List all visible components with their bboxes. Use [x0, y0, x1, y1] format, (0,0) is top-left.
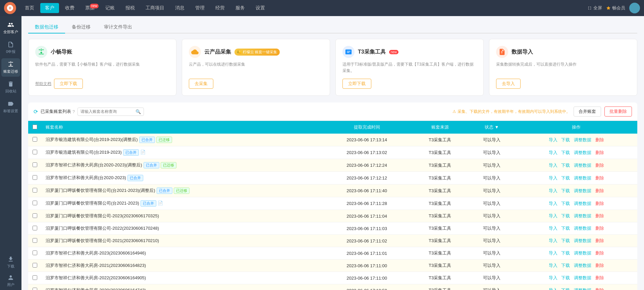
- batch-delete-button[interactable]: 批量删除: [604, 106, 632, 117]
- row-checkbox[interactable]: [33, 213, 37, 218]
- import-link[interactable]: 导入: [549, 263, 557, 268]
- sidebar-item-user[interactable]: 用户: [1, 272, 20, 290]
- adjust-link[interactable]: 调整数据: [574, 250, 591, 256]
- card-btn-download[interactable]: 立即下载: [54, 79, 83, 89]
- select-all-checkbox[interactable]: [33, 125, 37, 129]
- fullscreen-button[interactable]: 全屏: [587, 5, 602, 11]
- download-link[interactable]: 下载: [561, 226, 570, 231]
- sidebar-item-recycle[interactable]: 回收站: [1, 78, 20, 96]
- delete-link[interactable]: 删除: [595, 263, 604, 268]
- download-link[interactable]: 下载: [561, 288, 570, 290]
- download-link[interactable]: 下载: [561, 238, 570, 243]
- merge-accounts-button[interactable]: 合并账套: [574, 106, 601, 117]
- sidebar-item-migrate[interactable]: 账套迁移: [1, 58, 20, 77]
- adjust-link[interactable]: 调整数据: [574, 288, 591, 290]
- row-checkbox[interactable]: [33, 250, 37, 255]
- import-link[interactable]: 导入: [549, 288, 557, 290]
- import-link[interactable]: 导入: [549, 175, 557, 180]
- nav-message[interactable]: 消息: [170, 3, 189, 13]
- row-checkbox[interactable]: [33, 162, 37, 167]
- file-icon[interactable]: 📄: [140, 150, 146, 155]
- file-icon[interactable]: 📄: [158, 201, 163, 206]
- adjust-link[interactable]: 调整数据: [574, 201, 591, 206]
- member-button[interactable]: 畅会员: [606, 5, 625, 11]
- download-link[interactable]: 下载: [561, 250, 570, 256]
- delete-link[interactable]: 删除: [595, 213, 604, 218]
- card-btn-import[interactable]: 去导入: [496, 79, 521, 89]
- import-link[interactable]: 导入: [549, 150, 557, 155]
- row-checkbox[interactable]: [33, 188, 37, 193]
- sidebar-item-tag-settings[interactable]: 标签设置: [1, 98, 20, 116]
- refresh-icon[interactable]: ⟳: [34, 108, 38, 115]
- delete-link[interactable]: 删除: [595, 250, 604, 256]
- row-checkbox[interactable]: [33, 201, 37, 205]
- download-link[interactable]: 下载: [561, 175, 570, 180]
- download-link[interactable]: 下载: [561, 263, 570, 268]
- adjust-link[interactable]: 调整数据: [574, 226, 591, 231]
- sidebar-item-all-customers[interactable]: 全部客户: [1, 19, 20, 37]
- sidebar-item-download[interactable]: 下载: [1, 253, 20, 272]
- search-button[interactable]: 🔍: [136, 109, 141, 114]
- row-checkbox[interactable]: [33, 263, 37, 268]
- row-checkbox[interactable]: [33, 175, 37, 180]
- delete-link[interactable]: 删除: [595, 238, 604, 243]
- import-link[interactable]: 导入: [549, 250, 557, 256]
- nav-operation[interactable]: 经营: [211, 3, 229, 13]
- adjust-link[interactable]: 调整数据: [574, 150, 591, 155]
- card-link-help[interactable]: 帮助文档: [35, 81, 51, 87]
- card-btn-t3download[interactable]: 立即下载: [342, 79, 371, 89]
- nav-business[interactable]: 工商项目: [141, 3, 169, 13]
- adjust-link[interactable]: 调整数据: [574, 137, 591, 142]
- row-checkbox[interactable]: [33, 137, 37, 142]
- import-link[interactable]: 导入: [549, 201, 557, 206]
- adjust-link[interactable]: 调整数据: [574, 213, 591, 218]
- tab-audit-export[interactable]: 审计文件导出: [97, 21, 139, 33]
- help-icon[interactable]: ?: [72, 109, 75, 114]
- adjust-link[interactable]: 调整数据: [574, 188, 591, 193]
- nav-invoice[interactable]: 票据 new: [80, 3, 99, 13]
- delete-link[interactable]: 删除: [595, 288, 604, 290]
- import-link[interactable]: 导入: [549, 137, 557, 142]
- nav-management[interactable]: 管理: [191, 3, 209, 13]
- card-btn-collect[interactable]: 去采集: [189, 79, 213, 89]
- tab-backup-migration[interactable]: 备份迁移: [65, 21, 97, 33]
- adjust-link[interactable]: 调整数据: [574, 238, 591, 243]
- import-link[interactable]: 导入: [549, 275, 557, 280]
- nav-settings[interactable]: 设置: [251, 3, 270, 13]
- adjust-link[interactable]: 调整数据: [574, 163, 591, 168]
- delete-link[interactable]: 删除: [595, 163, 604, 168]
- import-link[interactable]: 导入: [549, 163, 557, 168]
- row-checkbox[interactable]: [33, 238, 37, 243]
- adjust-link[interactable]: 调整数据: [574, 175, 591, 180]
- import-link[interactable]: 导入: [549, 188, 557, 193]
- delete-link[interactable]: 删除: [595, 150, 604, 155]
- download-link[interactable]: 下载: [561, 150, 570, 155]
- nav-home[interactable]: 首页: [20, 3, 39, 13]
- row-checkbox[interactable]: [33, 226, 37, 230]
- row-checkbox[interactable]: [33, 288, 37, 290]
- download-link[interactable]: 下载: [561, 163, 570, 168]
- row-checkbox[interactable]: [33, 150, 37, 154]
- sidebar-item-zero-report[interactable]: 0申报: [1, 39, 20, 57]
- import-link[interactable]: 导入: [549, 226, 557, 231]
- delete-link[interactable]: 删除: [595, 175, 604, 180]
- adjust-link[interactable]: 调整数据: [574, 263, 591, 268]
- nav-fee[interactable]: 收费: [60, 3, 79, 13]
- delete-link[interactable]: 删除: [595, 226, 604, 231]
- adjust-link[interactable]: 调整数据: [574, 275, 591, 280]
- nav-tax[interactable]: 报税: [121, 3, 140, 13]
- user-avatar[interactable]: [629, 3, 640, 13]
- download-link[interactable]: 下载: [561, 201, 570, 206]
- download-link[interactable]: 下载: [561, 137, 570, 142]
- nav-customer[interactable]: 客户: [40, 3, 59, 13]
- import-link[interactable]: 导入: [549, 213, 557, 218]
- col-status[interactable]: 状态 ▼: [468, 121, 515, 134]
- delete-link[interactable]: 删除: [595, 275, 604, 280]
- import-link[interactable]: 导入: [549, 238, 557, 243]
- download-link[interactable]: 下载: [561, 213, 570, 218]
- nav-bookkeeping[interactable]: 记账: [101, 3, 119, 13]
- download-link[interactable]: 下载: [561, 188, 570, 193]
- delete-link[interactable]: 删除: [595, 137, 604, 142]
- tab-data-migration[interactable]: 数据包迁移: [28, 21, 65, 33]
- delete-link[interactable]: 删除: [595, 201, 604, 206]
